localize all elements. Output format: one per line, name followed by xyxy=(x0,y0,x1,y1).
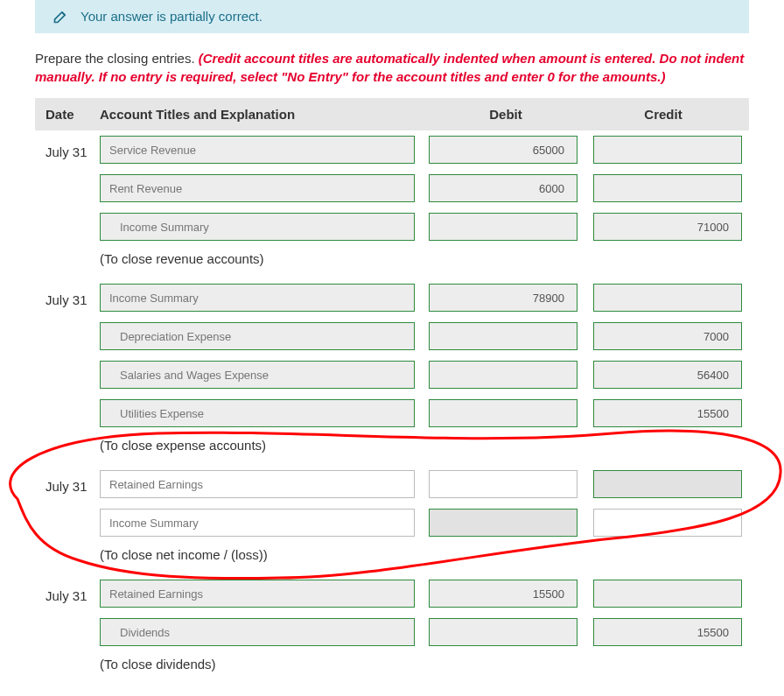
header-credit: Credit xyxy=(584,107,742,122)
entry-row: Rent Revenue6000 xyxy=(35,169,749,207)
credit-input[interactable]: 56400 xyxy=(593,361,742,389)
entry-row: Income Summary71000 xyxy=(35,207,749,246)
header-date: Date xyxy=(42,107,100,122)
instructions: Prepare the closing entries. (Credit acc… xyxy=(0,49,784,98)
credit-input[interactable]: 71000 xyxy=(593,213,742,241)
closing-entries-table: Date Account Titles and Explanation Debi… xyxy=(35,98,749,684)
date-cell xyxy=(42,373,100,376)
credit-input[interactable]: 15500 xyxy=(593,399,742,427)
entry-row: July 31Income Summary78900 xyxy=(35,278,749,317)
entry-description: (To close expense accounts) xyxy=(35,432,749,465)
date-cell xyxy=(42,225,100,228)
account-title-input[interactable]: Depreciation Expense xyxy=(100,322,415,350)
account-title-input[interactable]: Rent Revenue xyxy=(100,174,415,202)
debit-input[interactable]: 15500 xyxy=(429,580,578,608)
account-title-input[interactable]: Salaries and Wages Expense xyxy=(100,361,415,389)
table-header: Date Account Titles and Explanation Debi… xyxy=(35,98,749,130)
credit-input[interactable] xyxy=(593,509,742,537)
date-cell xyxy=(42,521,100,524)
debit-input[interactable] xyxy=(429,213,578,241)
credit-input[interactable]: 15500 xyxy=(593,618,742,646)
credit-input[interactable] xyxy=(593,470,742,498)
header-account: Account Titles and Explanation xyxy=(100,107,427,122)
account-title-input[interactable]: Service Revenue xyxy=(100,136,415,164)
entry-row: July 31Service Revenue65000 xyxy=(35,130,749,169)
account-title-input[interactable]: Retained Earnings xyxy=(100,580,415,608)
header-debit: Debit xyxy=(427,107,584,122)
entry-description: (To close revenue accounts) xyxy=(35,246,749,278)
date-cell: July 31 xyxy=(42,475,100,494)
feedback-text: Your answer is partially correct. xyxy=(80,9,262,24)
debit-input[interactable]: 78900 xyxy=(429,284,578,312)
date-cell: July 31 xyxy=(42,141,100,159)
date-cell: July 31 xyxy=(42,585,100,603)
account-title-input[interactable]: Dividends xyxy=(100,618,415,646)
debit-input[interactable]: 65000 xyxy=(429,136,578,164)
entry-row: Salaries and Wages Expense56400 xyxy=(35,355,749,394)
entry-row: Utilities Expense15500 xyxy=(35,394,749,432)
date-cell xyxy=(42,334,100,338)
debit-input[interactable] xyxy=(429,361,578,389)
entry-row: Dividends15500 xyxy=(35,613,749,651)
credit-input[interactable] xyxy=(593,580,742,608)
pencil-icon xyxy=(52,7,70,25)
debit-input[interactable] xyxy=(429,618,578,646)
entry-description: (To close net income / (loss)) xyxy=(35,542,749,574)
date-cell xyxy=(42,411,100,415)
date-cell xyxy=(42,186,100,190)
debit-input[interactable] xyxy=(429,322,578,350)
entry-row: Income Summary xyxy=(35,503,749,542)
date-cell: July 31 xyxy=(42,289,100,307)
entry-row: July 31Retained Earnings xyxy=(35,465,749,503)
instructions-lead: Prepare the closing entries. xyxy=(35,51,199,66)
debit-input[interactable]: 6000 xyxy=(429,174,578,202)
feedback-banner: Your answer is partially correct. xyxy=(35,0,749,33)
entry-row: July 31Retained Earnings15500 xyxy=(35,574,749,613)
entry-row: Depreciation Expense7000 xyxy=(35,317,749,355)
debit-input[interactable] xyxy=(429,509,578,537)
credit-input[interactable]: 7000 xyxy=(593,322,742,350)
debit-input[interactable] xyxy=(429,470,578,498)
account-title-input[interactable]: Income Summary xyxy=(100,509,415,537)
account-title-input[interactable]: Income Summary xyxy=(100,213,415,241)
credit-input[interactable] xyxy=(593,174,742,202)
account-title-input[interactable]: Utilities Expense xyxy=(100,399,415,427)
credit-input[interactable] xyxy=(593,136,742,164)
entry-description: (To close dividends) xyxy=(35,651,749,684)
account-title-input[interactable]: Income Summary xyxy=(100,284,415,312)
credit-input[interactable] xyxy=(593,284,742,312)
debit-input[interactable] xyxy=(429,399,578,427)
account-title-input[interactable]: Retained Earnings xyxy=(100,470,415,498)
date-cell xyxy=(42,630,100,634)
